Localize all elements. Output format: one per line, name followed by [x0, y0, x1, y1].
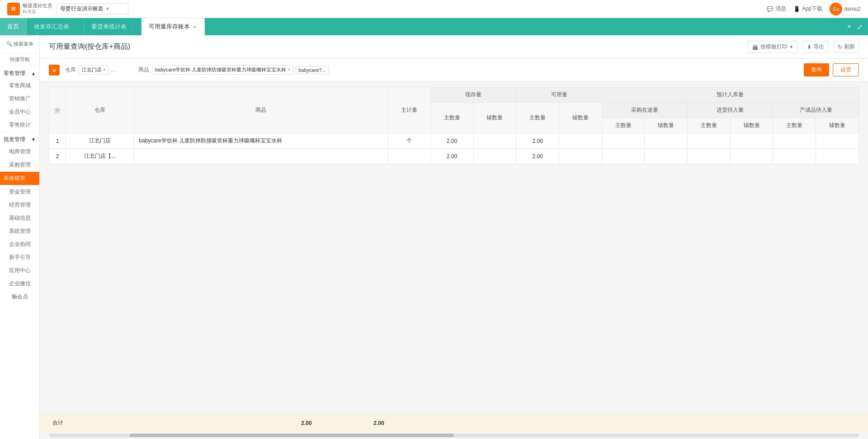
- warehouse-tags: 江北门店 × ...: [79, 65, 133, 75]
- th-current-stock: 现存量: [430, 87, 516, 103]
- warehouse-tag-0[interactable]: 江北门店 ×: [79, 65, 109, 75]
- gear-icon[interactable]: [54, 107, 61, 114]
- logo-area: 好 畅捷通好生意 标准版: [7, 3, 52, 15]
- sidebar-item-member[interactable]: 畅会员: [0, 290, 39, 303]
- sidebar-item-wecom[interactable]: 企业微信: [0, 277, 39, 290]
- th-purchase-main: 主数量: [602, 118, 645, 133]
- sidebar-item-purchase[interactable]: 采购管理: [0, 158, 39, 171]
- row-purchase-main: [602, 149, 645, 164]
- svg-point-0: [57, 109, 59, 111]
- tab-orders[interactable]: 要货单统计表 ×: [84, 18, 142, 35]
- logo-text-area: 畅捷通好生意 标准版: [23, 3, 52, 15]
- product-tag-0-label: babycare学饮杯 儿童防摔防撞吸管杯重力球吸嘴杯宝宝水杯: [155, 66, 286, 73]
- sidebar-item-newbie[interactable]: 新手引导: [0, 251, 39, 264]
- top-bar-left: 好 畅捷通好生意 标准版 母婴行业演示账套 ▼: [7, 3, 128, 15]
- th-purchase-aux: 辅数量: [645, 118, 688, 133]
- sidebar-item-retail-promo[interactable]: 营销推广: [0, 92, 39, 105]
- chevron-down-icon: ▼: [31, 137, 36, 142]
- settings-btn[interactable]: 设置: [833, 63, 859, 76]
- logo-icon: 好: [7, 3, 20, 15]
- sidebar-search: 🔍 搜索菜单: [0, 35, 39, 53]
- tab-inventory[interactable]: 可用量库存账本 ×: [142, 18, 205, 35]
- sidebar-item-finance[interactable]: 资金管理: [0, 185, 39, 198]
- tab-inventory-label: 可用量库存账本: [149, 23, 190, 31]
- tab-orders-label: 要货单统计表: [91, 23, 127, 31]
- product-tag-0[interactable]: babycare学饮杯 儿童防摔防撞吸管杯重力球吸嘴杯宝宝水杯 ×: [152, 65, 293, 75]
- sidebar-item-system[interactable]: 系统管理: [0, 225, 39, 238]
- tab-receipts-label: 收发存汇总表: [34, 23, 69, 31]
- tab-receipts-close[interactable]: ×: [72, 24, 76, 30]
- sidebar-item-retail-member[interactable]: 会员中心: [0, 105, 39, 118]
- sidebar-inventory-title[interactable]: 库存核算: [0, 172, 39, 185]
- phone-icon: 📱: [793, 6, 800, 12]
- sidebar-item-basic[interactable]: 基础信息: [0, 212, 39, 225]
- warehouse-tag-0-close[interactable]: ×: [103, 67, 106, 72]
- sidebar-retail-title[interactable]: 零售管理 ▲: [0, 66, 39, 79]
- product-filter: 商品 babycare学饮杯 儿童防摔防撞吸管杯重力球吸嘴杯宝宝水杯 × bab…: [138, 65, 329, 75]
- th-current-main: 主数量: [430, 103, 473, 133]
- table-row: 1 江北门店 babycare学饮杯 儿童防摔防撞吸管杯重力球吸嘴杯宝宝水杯 个…: [49, 133, 859, 149]
- row-incoming-aux: [730, 133, 773, 149]
- top-bar: 好 畅捷通好生意 标准版 母婴行业演示账套 ▼ 💬 消息 📱 App下载 Ea …: [0, 0, 868, 18]
- row-incoming-main: [688, 149, 731, 164]
- warehouse-tag-0-label: 江北门店: [82, 66, 102, 73]
- sidebar-search-btn[interactable]: 🔍 搜索菜单: [4, 39, 36, 49]
- th-incoming: 进货待入量: [688, 103, 773, 118]
- sidebar-item-retail-mall[interactable]: 零售商城: [0, 79, 39, 92]
- product-label: 商品: [138, 66, 149, 74]
- row-available-aux: [559, 133, 602, 149]
- table-row: 2 江北门店【... 2.00 2.00: [49, 149, 859, 164]
- scroll-thumb[interactable]: [130, 434, 454, 437]
- th-current-aux: 辅数量: [473, 103, 516, 133]
- refresh-btn[interactable]: ↻ 刷新: [834, 41, 859, 53]
- chevron-down-icon: ▼: [105, 6, 110, 11]
- nav-spacer: [205, 18, 842, 35]
- row-production-main: [773, 133, 816, 149]
- expand-filter-btn[interactable]: »: [49, 65, 60, 76]
- row-purchase-aux: [645, 149, 688, 164]
- user-area[interactable]: Ea demo2: [830, 3, 861, 15]
- th-available: 可用量: [516, 87, 602, 103]
- app-download-btn[interactable]: 📱 App下载: [793, 5, 822, 13]
- data-table: 仓库 商品 主计量 现存量 可用量 预计入库量 主数量 辅数量 主数量 辅数量 …: [49, 87, 859, 164]
- th-settings: [49, 87, 66, 133]
- message-icon: 💬: [767, 6, 774, 12]
- row-available-main: 2.00: [516, 133, 559, 149]
- filter-actions: 查询 设置: [804, 63, 859, 76]
- tenant-selector[interactable]: 母婴行业演示账套 ▼: [56, 3, 128, 14]
- tab-home[interactable]: 首页: [0, 18, 27, 35]
- row-index: 2: [49, 149, 66, 164]
- sidebar-search-label: 搜索菜单: [14, 41, 33, 47]
- sidebar-wholesale-title[interactable]: 批发管理 ▼: [0, 132, 39, 145]
- summary-label: 合计: [49, 419, 121, 427]
- sidebar-quicknav-label: 快捷导航: [10, 57, 30, 62]
- nav-close-btn[interactable]: ×: [845, 21, 853, 33]
- tab-inventory-close[interactable]: ×: [193, 24, 197, 30]
- top-bar-right: 💬 消息 📱 App下载 Ea demo2: [767, 3, 861, 15]
- tab-orders-close[interactable]: ×: [129, 24, 134, 30]
- row-product: [134, 149, 388, 164]
- logo-sub: 标准版: [23, 9, 52, 15]
- print-btn-label: 按模板打印: [760, 43, 788, 51]
- scroll-track[interactable]: [49, 434, 859, 437]
- product-tag-0-close[interactable]: ×: [288, 67, 290, 72]
- sidebar-quicknav[interactable]: 快捷导航: [0, 53, 39, 66]
- sidebar-item-retail-stats[interactable]: 零售统计: [0, 118, 39, 132]
- product-tag-1[interactable]: babycare?...: [295, 66, 329, 74]
- row-product: babycare学饮杯 儿童防摔防撞吸管杯重力球吸嘴杯宝宝水杯: [134, 133, 388, 149]
- print-btn[interactable]: 🖨️ 按模板打印 ▼: [748, 41, 797, 53]
- row-production-aux: [816, 133, 859, 149]
- tenant-name: 母婴行业演示账套: [60, 5, 104, 13]
- message-btn[interactable]: 💬 消息: [767, 5, 786, 13]
- sidebar-item-appcenter[interactable]: 应用中心: [0, 264, 39, 277]
- product-tag-1-label: babycare?...: [298, 67, 326, 73]
- query-btn[interactable]: 查询: [804, 63, 829, 76]
- sidebar-item-ecom[interactable]: 电商管理: [0, 145, 39, 158]
- export-btn[interactable]: ⬇ 导出: [803, 41, 828, 53]
- warehouse-more[interactable]: ...: [111, 67, 115, 73]
- tab-receipts[interactable]: 收发存汇总表 ×: [27, 18, 84, 35]
- nav-fullscreen-btn[interactable]: ⤢: [855, 21, 864, 33]
- summary-values: 2.00 2.00: [121, 420, 859, 426]
- sidebar-item-enterprise[interactable]: 企业协同: [0, 238, 39, 251]
- sidebar-item-operations[interactable]: 经营管理: [0, 198, 39, 212]
